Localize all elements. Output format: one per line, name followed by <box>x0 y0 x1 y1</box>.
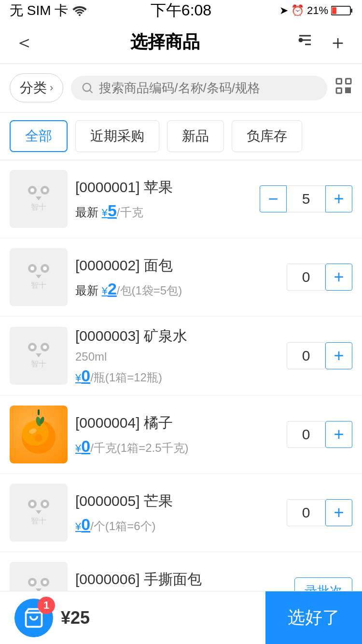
svg-point-15 <box>35 434 42 442</box>
svg-rect-3 <box>332 7 336 14</box>
confirm-button[interactable]: 选好了 <box>265 591 362 644</box>
tab-new[interactable]: 新品 <box>167 120 224 152</box>
list-item: 智十 [0000005] 芒果 ¥0/个(1箱=6个) + <box>0 474 362 551</box>
owl-logo: 智十 <box>28 264 49 291</box>
cart-total: ¥25 <box>61 608 90 628</box>
svg-point-14 <box>22 420 49 446</box>
category-button[interactable]: 分类 › <box>10 73 63 102</box>
tab-negative[interactable]: 负库存 <box>232 120 302 152</box>
product-list: 智十 [0000001] 苹果 最新 ¥5/千克 − + 智十 <box>0 160 362 644</box>
add-icon[interactable]: ＋ <box>328 29 348 56</box>
plus-button[interactable]: + <box>325 342 352 369</box>
scan-icon[interactable] <box>335 77 352 99</box>
chevron-right-icon: › <box>50 82 53 94</box>
location-icon: ➤ <box>279 4 288 17</box>
product-name: [0000002] 面包 <box>75 256 279 276</box>
svg-rect-2 <box>350 9 352 13</box>
product-image <box>10 406 68 463</box>
status-time: 下午6:08 <box>151 0 211 21</box>
status-bar: 无 SIM 卡 下午6:08 ➤ ⏰ 21% <box>0 0 362 21</box>
list-item: [0000004] 橘子 ¥0/千克(1箱=2.5千克) + <box>0 396 362 473</box>
product-info: [0000004] 橘子 ¥0/千克(1箱=2.5千克) <box>68 413 287 456</box>
page-title: 选择商品 <box>130 30 200 54</box>
quantity-input[interactable] <box>287 499 325 526</box>
bottom-bar: 1 ¥25 选好了 <box>0 591 362 644</box>
quantity-control: + <box>287 421 352 448</box>
status-right: ➤ ⏰ 21% <box>279 4 352 17</box>
product-name: [0000006] 手撕面包 <box>75 570 287 589</box>
tab-all[interactable]: 全部 <box>10 120 68 152</box>
quantity-input[interactable] <box>287 342 325 369</box>
svg-rect-11 <box>346 79 351 84</box>
product-price: 最新 ¥5/千克 <box>75 201 252 220</box>
filter-bar: 分类 › <box>0 64 362 112</box>
quantity-control: + <box>287 264 352 291</box>
alarm-icon: ⏰ <box>291 4 304 17</box>
product-name: [0000003] 矿泉水 <box>75 326 279 346</box>
cart-button[interactable]: 1 <box>14 599 53 637</box>
svg-point-7 <box>299 39 302 42</box>
owl-logo: 智十 <box>28 343 49 369</box>
nav-right-icons: ＋ <box>296 29 348 56</box>
svg-point-8 <box>83 84 91 91</box>
quantity-control: + <box>287 342 352 369</box>
tab-recent[interactable]: 近期采购 <box>75 120 159 152</box>
product-info: [0000001] 苹果 最新 ¥5/千克 <box>68 178 260 220</box>
battery-icon <box>331 5 352 16</box>
back-button[interactable]: ＜ <box>14 29 34 56</box>
nav-bar: ＜ 选择商品 ＋ <box>0 21 362 64</box>
product-image: 智十 <box>10 327 68 385</box>
svg-line-9 <box>90 90 93 93</box>
list-item: 智十 [0000003] 矿泉水 250ml ¥0/瓶(1箱=12瓶) + <box>0 317 362 395</box>
svg-rect-10 <box>336 79 342 84</box>
quantity-input[interactable] <box>287 185 325 212</box>
owl-logo: 智十 <box>28 186 49 212</box>
minus-button[interactable]: − <box>260 185 287 212</box>
status-carrier: 无 SIM 卡 <box>10 1 87 20</box>
quantity-input[interactable] <box>287 264 325 291</box>
quantity-input[interactable] <box>287 421 325 448</box>
plus-button[interactable]: + <box>325 499 352 526</box>
list-item: 智十 [0000001] 苹果 最新 ¥5/千克 − + <box>0 160 362 238</box>
product-info: [0000005] 芒果 ¥0/个(1箱=6个) <box>68 491 287 534</box>
quantity-control: + <box>287 499 352 526</box>
quantity-control: − + <box>260 185 352 212</box>
product-spec: 250ml <box>75 350 279 364</box>
product-info: [0000002] 面包 最新 ¥2/包(1袋=5包) <box>68 256 287 298</box>
product-image: 智十 <box>10 170 68 228</box>
filter-icon[interactable] <box>296 31 314 53</box>
svg-point-0 <box>79 14 81 16</box>
plus-button[interactable]: + <box>325 264 352 291</box>
cart-area: 1 ¥25 <box>0 599 265 637</box>
svg-rect-12 <box>336 88 342 93</box>
cart-badge: 1 <box>38 597 55 614</box>
product-image: 智十 <box>10 484 68 542</box>
product-image: 智十 <box>10 248 68 306</box>
search-box[interactable] <box>71 76 327 100</box>
product-name: [0000001] 苹果 <box>75 178 252 197</box>
list-item: 智十 [0000002] 面包 最新 ¥2/包(1袋=5包) + <box>0 238 362 316</box>
owl-logo: 智十 <box>28 500 49 526</box>
product-name: [0000005] 芒果 <box>75 491 279 511</box>
product-price: ¥0/瓶(1箱=12瓶) <box>75 366 279 385</box>
product-info: [0000003] 矿泉水 250ml ¥0/瓶(1箱=12瓶) <box>68 326 287 385</box>
search-input[interactable] <box>99 81 318 96</box>
product-price: ¥0/个(1箱=6个) <box>75 515 279 534</box>
product-price: 最新 ¥2/包(1袋=5包) <box>75 280 279 298</box>
tab-bar: 全部 近期采购 新品 负库存 <box>0 112 362 160</box>
search-icon <box>81 81 94 95</box>
plus-button[interactable]: + <box>325 185 352 212</box>
plus-button[interactable]: + <box>325 421 352 448</box>
wifi-icon <box>72 5 87 16</box>
product-price: ¥0/千克(1箱=2.5千克) <box>75 437 279 456</box>
product-name: [0000004] 橘子 <box>75 413 279 433</box>
orange-fruit-image <box>10 406 68 463</box>
